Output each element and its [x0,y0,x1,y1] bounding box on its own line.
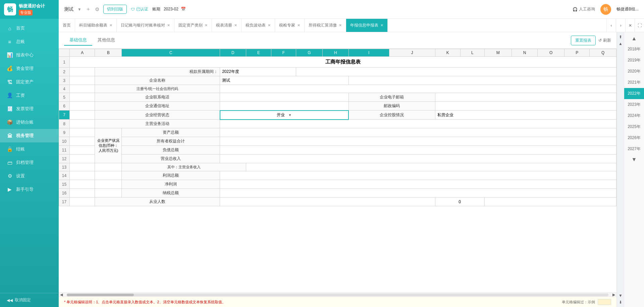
year-item-2025[interactable]: 2025年 [624,121,644,132]
cell-17c[interactable] [220,198,435,206]
tab-incometax[interactable]: 所得税汇算清缴 ✕ [305,19,346,32]
cell-2d[interactable]: 2022年度 [220,68,296,76]
col-header-e[interactable]: E [246,49,271,57]
cell-7k[interactable]: 私营企业 [435,111,616,120]
sheet-tab-other[interactable]: 其他信息 [92,35,120,46]
col-header-k[interactable]: K [435,49,460,57]
cell-6k[interactable] [435,102,616,111]
tab-taxwave[interactable]: 税负波动表 ✕ [241,19,275,32]
cell-17a[interactable] [70,198,95,206]
cell-11a[interactable] [70,146,95,155]
sheet-scroll-down-bottom[interactable]: ⬇ [617,299,624,306]
sidebar-item-tax[interactable]: 🏛 税务管理 [0,129,59,142]
cell-16a[interactable] [70,189,95,198]
cell-12d[interactable] [220,155,616,163]
cell-13e[interactable] [246,163,616,171]
sheet-scroll-up[interactable]: ▲ [617,40,624,47]
cell-16b[interactable] [95,189,122,198]
col-header-j[interactable]: J [389,49,435,57]
year-item-2027[interactable]: 2027年 [624,143,644,155]
sidebar-item-purchase[interactable]: 📦 进销台账 [0,116,59,129]
cell-6c[interactable] [220,102,348,111]
tab-home[interactable]: 首页 [59,19,75,32]
tab-aux-close-icon[interactable]: ✕ [109,23,112,28]
col-header-o[interactable]: O [538,49,564,57]
cell-5k[interactable] [435,93,616,102]
customer-service-btn[interactable]: 🎧 人工咨询 [573,6,595,12]
cell-15b[interactable] [95,180,122,189]
user-avatar[interactable]: 畅 [600,4,611,15]
sidebar-item-assets[interactable]: 🏗 固定资产 [0,75,59,89]
tab-taxform[interactable]: 税表清册 ✕ [212,19,241,32]
cell-14a[interactable] [70,171,95,180]
sheet-tab-basic[interactable]: 基础信息 [64,35,92,46]
col-header-p[interactable]: P [564,49,589,57]
cell-6a[interactable] [70,102,95,111]
col-header-h[interactable]: H [323,49,348,57]
scroll-thumb[interactable] [67,294,134,296]
cell-14d[interactable] [220,171,616,180]
scroll-track[interactable] [67,294,608,296]
cell-4a[interactable] [70,85,95,93]
cell-8a[interactable] [70,120,95,128]
cell-17k[interactable] [484,198,616,206]
tab-yearreport-close-icon[interactable]: ✕ [380,23,383,28]
sidebar-item-guide[interactable]: ▶ 新手引导 [0,183,59,196]
cell-3i[interactable] [348,76,616,85]
sheet-scroll-down[interactable]: ▼ [617,292,624,299]
cell-8c[interactable] [220,120,616,128]
sidebar-item-invoice[interactable]: 🧾 发票管理 [0,102,59,116]
cell-9d[interactable] [220,128,616,137]
sidebar-item-archive[interactable]: 🗃 归档管理 [0,156,59,169]
switch-old-version-button[interactable]: 切到旧版 [103,5,127,14]
year-item-2022[interactable]: 2022年 [624,88,644,99]
sheet-scroll-up-top[interactable]: ⬆ [617,34,624,40]
sidebar-item-home[interactable]: ⌂ 首页 [0,21,59,35]
cell-15d[interactable] [220,180,616,189]
tab-prev-btn[interactable]: ‹ [606,19,616,32]
cell-4d[interactable] [220,85,616,93]
tab-expand-btn[interactable]: ⛶ [635,19,644,32]
tab-taxform-close-icon[interactable]: ✕ [234,23,237,28]
dropdown-arrow-icon[interactable]: ▼ [288,113,291,117]
year-up-btn[interactable]: ▲ [624,34,644,44]
tab-journal-close-icon[interactable]: ✕ [167,23,170,28]
cell-title[interactable]: 工商年报信息表 [70,57,616,68]
cell-7a[interactable] [70,111,95,120]
year-item-2026[interactable]: 2026年 [624,132,644,143]
year-item-2020[interactable]: 2020年 [624,66,644,77]
horizontal-scrollbar[interactable]: ◀ ▶ [59,293,616,297]
col-header-l[interactable]: L [461,49,484,57]
tab-taxcheck-close-icon[interactable]: ✕ [297,23,300,28]
cell-16d[interactable] [220,189,616,198]
cell-5c[interactable] [220,93,348,102]
tab-fixed[interactable]: 固定资产类别 ✕ [174,19,212,32]
tab-next-btn[interactable]: › [616,19,625,32]
tab-fixed-close-icon[interactable]: ✕ [205,23,208,28]
tab-incometax-close-icon[interactable]: ✕ [339,23,342,28]
col-header-f[interactable]: F [271,49,296,57]
col-header-a[interactable]: A [70,49,95,57]
cell-9a[interactable] [70,128,95,137]
year-item-2018[interactable]: 2018年 [624,44,644,55]
tab-yearreport[interactable]: 年报信息申报表 ✕ [346,19,388,32]
cell-2a[interactable] [70,68,95,76]
sidebar-unpin-btn[interactable]: ◀◀ 取消固定 [0,293,59,307]
col-header-c[interactable]: C [122,49,220,57]
year-down-btn[interactable]: ▼ [624,155,644,165]
refresh-button[interactable]: ↺ 刷新 [598,38,611,43]
col-header-i[interactable]: I [348,49,389,57]
sidebar-item-close[interactable]: 🔒 结账 [0,142,59,156]
col-header-b[interactable]: B [95,49,122,57]
cell-9b[interactable]: 企业资产状况信息(币种：人民币万元) [95,128,122,163]
cell-13a[interactable] [70,163,95,171]
tab-taxcheck[interactable]: 税检专家 ✕ [275,19,305,32]
cell-3d[interactable]: 测试 [220,76,348,85]
col-header-q[interactable]: Q [590,49,616,57]
sidebar-item-reports[interactable]: 📊 报表中心 [0,48,59,62]
col-header-d[interactable]: D [220,49,246,57]
cell-7c-dropdown[interactable]: 开业 ▼ [220,111,348,120]
col-header-g[interactable]: G [296,49,322,57]
year-item-2024[interactable]: 2024年 [624,110,644,121]
year-item-2021[interactable]: 2021年 [624,77,644,88]
